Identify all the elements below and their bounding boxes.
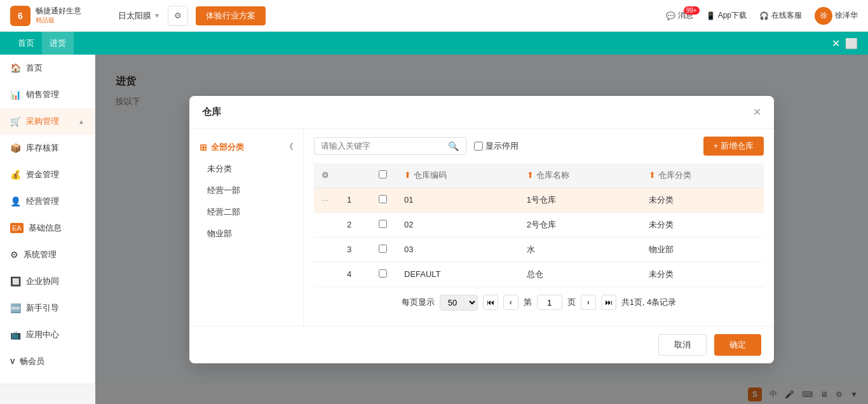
table-row[interactable]: ··· 1 01 1号仓库 未分类 <box>314 187 764 212</box>
sidebar-item-finance[interactable]: 💰 资金管理 <box>0 161 95 188</box>
modal-body: ⊞ 全部分类 《 未分类 经营一部 经营二部 物业部 <box>189 129 774 326</box>
pagination: 每页显示 50 100 200 ⏮ ‹ 第 页 › <box>314 287 764 318</box>
sidebar-label-inventory: 库存核算 <box>26 142 59 154</box>
sidebar-item-guide[interactable]: 🆕 新手引导 <box>0 295 95 321</box>
sidebar-item-home[interactable]: 🏠 首页 <box>0 55 95 81</box>
th-settings: ⚙ <box>314 163 339 188</box>
message-icon: 💬 <box>666 11 675 20</box>
row-action <box>314 262 339 286</box>
sidebar-item-enterprise[interactable]: 🔲 企业协同 <box>0 268 95 295</box>
category-panel: ⊞ 全部分类 《 未分类 经营一部 经营二部 物业部 <box>189 129 304 326</box>
show-disabled-checkbox[interactable] <box>474 142 483 151</box>
table-row[interactable]: 3 03 水 物业部 <box>314 237 764 262</box>
sidebar-item-apps[interactable]: 📺 应用中心 <box>0 321 95 348</box>
last-page-button[interactable]: ⏭ <box>601 295 616 310</box>
row-category: 未分类 <box>641 262 764 286</box>
show-disabled-label[interactable]: 显示停用 <box>474 140 519 152</box>
row-num: 4 <box>339 262 371 286</box>
row-code: 01 <box>397 187 519 212</box>
confirm-button[interactable]: 确定 <box>714 334 761 356</box>
row-select-checkbox[interactable] <box>379 245 387 253</box>
row-name: 1号仓库 <box>519 187 642 212</box>
row-select-checkbox[interactable] <box>379 195 387 203</box>
th-name: ⬆仓库名称 <box>519 163 642 188</box>
nav-home[interactable]: 首页 <box>10 32 42 55</box>
modal-close-button[interactable]: ✕ <box>753 106 761 118</box>
nav-close-button[interactable]: ✕ <box>832 37 840 50</box>
store-name: 日太阳膜 <box>118 10 151 22</box>
sidebar-label-operations: 经营管理 <box>26 196 59 207</box>
gear-icon: ⚙ <box>174 11 182 20</box>
row-num: 1 <box>339 187 371 212</box>
first-page-button[interactable]: ⏮ <box>483 295 498 310</box>
prev-page-button[interactable]: ‹ <box>503 295 519 310</box>
sidebar-label-home: 首页 <box>26 62 43 74</box>
row-checkbox <box>371 212 397 237</box>
store-selector[interactable]: 日太阳膜 ▼ <box>118 10 160 22</box>
category-item-property[interactable]: 物业部 <box>189 223 303 245</box>
per-page-label: 每页显示 <box>402 297 435 308</box>
sidebar-item-operations[interactable]: 👤 经营管理 <box>0 188 95 215</box>
table-header-row: ⚙ ⬆仓库编码 <box>314 163 764 188</box>
select-all-checkbox[interactable] <box>379 170 387 178</box>
add-warehouse-button[interactable]: + 新增仓库 <box>703 137 764 156</box>
nav-current[interactable]: 进货 <box>42 32 74 55</box>
guide-icon: 🆕 <box>10 303 21 313</box>
search-input[interactable] <box>321 141 448 151</box>
next-page-button[interactable]: › <box>581 295 596 310</box>
modal-footer: 取消 确定 <box>189 326 774 363</box>
settings-button[interactable]: ⚙ <box>168 6 188 26</box>
sidebar-label-basic-info: 基础信息 <box>29 222 62 234</box>
logo-text: 畅捷通好生意 <box>36 6 81 17</box>
row-num: 3 <box>339 237 371 262</box>
app-download-item[interactable]: 📱 App下载 <box>706 10 747 21</box>
sidebar-item-system[interactable]: ⚙ 系统管理 <box>0 241 95 268</box>
sort-icon-name: ⬆ <box>527 170 534 180</box>
row-select-checkbox[interactable] <box>379 220 387 228</box>
th-category: ⬆仓库分类 <box>641 163 764 188</box>
member-icon: V <box>10 358 15 365</box>
sidebar-label-guide: 新手引导 <box>26 302 59 314</box>
category-header[interactable]: ⊞ 全部分类 《 <box>189 137 303 158</box>
cancel-button[interactable]: 取消 <box>658 334 707 356</box>
page-unit: 页 <box>567 297 576 308</box>
category-item-op1[interactable]: 经营一部 <box>189 180 303 201</box>
sidebar: 🏠 首页 📊 销售管理 🛒 采购管理 ▲ 📦 库存核算 💰 资金管理 👤 经营管… <box>0 55 95 404</box>
avatar: 徐 <box>815 7 832 25</box>
user-item[interactable]: 徐 徐泽华 <box>815 7 858 25</box>
sidebar-item-member[interactable]: V 畅会员 <box>0 348 95 375</box>
nav-expand-button[interactable]: ⬜ <box>845 37 858 50</box>
row-num: 2 <box>339 212 371 237</box>
trial-button[interactable]: 体验行业方案 <box>196 6 266 25</box>
collapse-icon[interactable]: 《 <box>285 142 293 152</box>
sidebar-item-inventory[interactable]: 📦 库存核算 <box>0 135 95 161</box>
home-icon: 🏠 <box>10 63 21 73</box>
th-code: ⬆仓库编码 <box>397 163 519 188</box>
online-service-item[interactable]: 🎧 在线客服 <box>759 10 802 21</box>
sidebar-item-purchase[interactable]: 🛒 采购管理 ▲ <box>0 108 95 135</box>
category-item-unclassified[interactable]: 未分类 <box>189 158 303 180</box>
operations-icon: 👤 <box>10 196 21 206</box>
search-icon[interactable]: 🔍 <box>448 141 459 151</box>
apps-icon: 📺 <box>10 330 21 340</box>
category-item-op2[interactable]: 经营二部 <box>189 201 303 223</box>
page-number-input[interactable] <box>537 295 562 310</box>
table-row[interactable]: 4 DEFAULT 总仓 未分类 <box>314 262 764 286</box>
more-icon[interactable]: ··· <box>322 195 329 205</box>
row-checkbox <box>371 262 397 286</box>
row-name: 水 <box>519 237 642 262</box>
username-label: 徐泽华 <box>835 10 858 21</box>
table-toolbar: 🔍 显示停用 + 新增仓库 <box>314 137 764 156</box>
sidebar-item-basic-info[interactable]: EA 基础信息 <box>0 215 95 241</box>
sidebar-label-system: 系统管理 <box>24 249 57 260</box>
logo-area: 6 畅捷通好生意 精品版 <box>10 6 105 26</box>
sidebar-item-sales[interactable]: 📊 销售管理 <box>0 81 95 108</box>
purchase-icon: 🛒 <box>10 116 21 126</box>
table-row[interactable]: 2 02 2号仓库 未分类 <box>314 212 764 237</box>
main-layout: 🏠 首页 📊 销售管理 🛒 采购管理 ▲ 📦 库存核算 💰 资金管理 👤 经营管… <box>0 55 868 404</box>
per-page-select[interactable]: 50 100 200 <box>440 295 478 311</box>
inventory-icon: 📦 <box>10 143 21 153</box>
messages-item[interactable]: 💬 消息 99+ <box>666 10 693 21</box>
row-select-checkbox[interactable] <box>379 269 387 278</box>
basic-info-icon: EA <box>10 223 24 233</box>
